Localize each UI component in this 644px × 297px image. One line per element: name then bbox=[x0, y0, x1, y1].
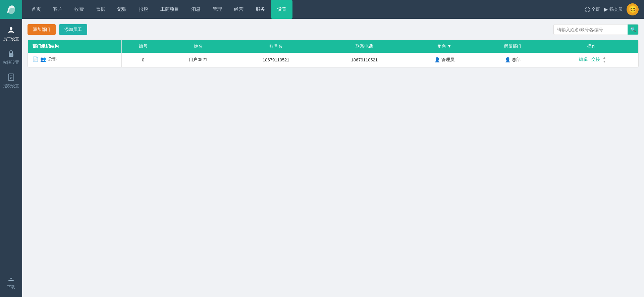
emp-table: 编号 姓名 账号名 联系电话 角色 ▼ 所属部门 操作 0 用户0521 bbox=[122, 40, 638, 67]
svg-point-0 bbox=[10, 27, 12, 30]
role-icon: 👤 bbox=[434, 57, 440, 62]
table-row: 0 用户0521 18679110521 18679110521 👤 管理员 bbox=[122, 53, 638, 67]
sidebar-item-download-label: 下载 bbox=[7, 284, 15, 290]
nav-right: ⛶ 全屏 ▶ 畅会员 😊 bbox=[585, 3, 644, 15]
top-nav: 首页 客户 收费 票据 记账 报税 工商项目 消息 管理 经营 服务 设置 ⛶ … bbox=[0, 0, 644, 19]
main-content: 添加部门 添加员工 🔍 部门组织结构 📄 👥 总部 bbox=[22, 19, 644, 297]
sidebar-item-permission[interactable]: 权限设置 bbox=[0, 46, 22, 69]
sidebar-item-employee-label: 员工设置 bbox=[3, 36, 19, 42]
search-icon: 🔍 bbox=[630, 27, 636, 32]
nav-fee[interactable]: 收费 bbox=[68, 0, 90, 19]
download-icon bbox=[7, 274, 15, 282]
dept-label: 总部 bbox=[512, 57, 521, 63]
sidebar-item-tax[interactable]: 报税设置 bbox=[0, 69, 22, 93]
sidebar-item-download[interactable]: 下载 bbox=[0, 270, 22, 294]
col-action: 操作 bbox=[545, 40, 638, 53]
role-label: 管理员 bbox=[441, 57, 454, 63]
transfer-button[interactable]: 交接 bbox=[591, 57, 600, 62]
cell-role: 👤 管理员 bbox=[409, 53, 480, 67]
nav-account[interactable]: 记账 bbox=[111, 0, 133, 19]
cell-name: 用户0521 bbox=[164, 53, 232, 67]
svg-rect-1 bbox=[9, 32, 13, 33]
cell-account: 18679110521 bbox=[232, 53, 320, 67]
sidebar-item-tax-label: 报税设置 bbox=[3, 83, 19, 89]
scroll-arrows[interactable]: ▲ ▼ bbox=[603, 56, 606, 63]
dept-tree-item-headquarters[interactable]: 📄 👥 总部 bbox=[28, 53, 121, 65]
layout: 员工设置 权限设置 报税设置 bbox=[0, 19, 644, 297]
nav-settings[interactable]: 设置 bbox=[271, 0, 292, 19]
logo bbox=[0, 0, 22, 19]
toolbar: 添加部门 添加员工 🔍 bbox=[28, 24, 639, 35]
nav-home[interactable]: 首页 bbox=[25, 0, 47, 19]
arrow-down-icon: ▼ bbox=[603, 60, 606, 63]
nav-manage[interactable]: 管理 bbox=[207, 0, 228, 19]
avatar[interactable]: 😊 bbox=[627, 3, 639, 15]
cell-id: 0 bbox=[122, 53, 164, 67]
tax-icon bbox=[7, 73, 15, 81]
sidebar: 员工设置 权限设置 报税设置 bbox=[0, 19, 22, 297]
nav-message[interactable]: 消息 bbox=[185, 0, 207, 19]
col-dept: 所属部门 bbox=[480, 40, 545, 53]
nav-business[interactable]: 工商项目 bbox=[154, 0, 185, 19]
content-panel: 部门组织结构 📄 👥 总部 编号 姓名 账号名 联系电话 bbox=[28, 40, 639, 67]
arrow-up-icon: ▲ bbox=[603, 56, 606, 59]
person-icon bbox=[7, 26, 15, 34]
file-icon: 📄 bbox=[33, 56, 38, 62]
dept-user-icon: 👥 bbox=[40, 56, 46, 62]
col-id: 编号 bbox=[122, 40, 164, 53]
col-name: 姓名 bbox=[164, 40, 232, 53]
col-account: 账号名 bbox=[232, 40, 320, 53]
dept-badge-icon: 👤 bbox=[505, 57, 511, 62]
dept-tree-header: 部门组织结构 bbox=[28, 40, 121, 53]
vip-btn[interactable]: ▶ 畅会员 bbox=[604, 6, 623, 12]
add-dept-button[interactable]: 添加部门 bbox=[28, 24, 56, 35]
nav-bill[interactable]: 票据 bbox=[90, 0, 111, 19]
edit-button[interactable]: 编辑 bbox=[579, 57, 588, 62]
svg-rect-8 bbox=[8, 280, 14, 281]
search-input[interactable] bbox=[554, 27, 628, 32]
dept-name-headquarters: 总部 bbox=[48, 56, 57, 62]
cell-dept: 👤 总部 bbox=[480, 53, 545, 67]
nav-service[interactable]: 服务 bbox=[250, 0, 271, 19]
col-role[interactable]: 角色 ▼ bbox=[409, 40, 480, 53]
employee-table: 编号 姓名 账号名 联系电话 角色 ▼ 所属部门 操作 0 用户0521 bbox=[122, 40, 638, 67]
col-phone: 联系电话 bbox=[320, 40, 409, 53]
svg-point-3 bbox=[11, 54, 12, 55]
nav-items: 首页 客户 收费 票据 记账 报税 工商项目 消息 管理 经营 服务 设置 bbox=[22, 0, 585, 19]
nav-operation[interactable]: 经营 bbox=[228, 0, 250, 19]
cell-phone: 18679110521 bbox=[320, 53, 409, 67]
nav-client[interactable]: 客户 bbox=[47, 0, 68, 19]
vip-label: 畅会员 bbox=[609, 6, 623, 12]
sidebar-item-employee[interactable]: 员工设置 bbox=[0, 22, 22, 46]
cell-actions: 编辑 交接 ▲ ▼ bbox=[545, 53, 638, 67]
nav-tax[interactable]: 报税 bbox=[133, 0, 154, 19]
fullscreen-btn[interactable]: ⛶ 全屏 bbox=[585, 6, 600, 12]
search-button[interactable]: 🔍 bbox=[628, 24, 638, 35]
lock-icon bbox=[7, 50, 15, 58]
sidebar-item-permission-label: 权限设置 bbox=[3, 60, 19, 65]
fullscreen-label: 全屏 bbox=[591, 6, 600, 12]
add-emp-button[interactable]: 添加员工 bbox=[59, 24, 87, 35]
search-area: 🔍 bbox=[553, 24, 639, 35]
dept-tree: 部门组织结构 📄 👥 总部 bbox=[28, 40, 122, 67]
